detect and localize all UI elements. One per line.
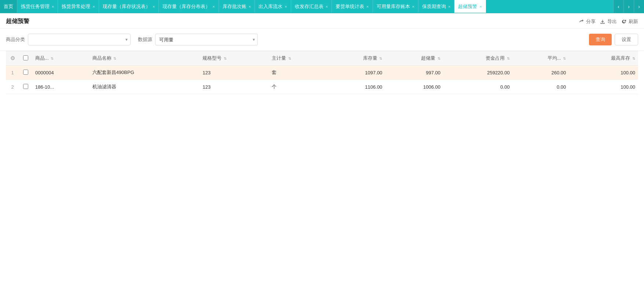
close-icon-5[interactable]: × — [249, 4, 251, 9]
datasource-select[interactable]: 可用量 库存量 — [155, 34, 258, 45]
nav-next-button[interactable]: › — [623, 0, 634, 13]
nav-tab-9[interactable]: 可用量库存账本 × — [373, 0, 418, 13]
top-nav: 首页 拣货任务管理 × 拣货异常处理 × 现存量（库存状况表） × 现存量（库存… — [0, 0, 644, 13]
nav-tab-9-label: 可用量库存账本 — [377, 3, 410, 10]
overstock-1: 1006.00 — [385, 80, 443, 94]
col-product-name[interactable]: 商品名称 ⇅ — [89, 51, 200, 66]
close-icon-active[interactable]: × — [479, 4, 482, 9]
sort-icon-avg: ⇅ — [563, 56, 566, 60]
gear-icon[interactable]: ⚙ — [10, 55, 15, 61]
table-row: 1 0000004 六配套新昌490BPG 123 套 1097.00 997.… — [6, 66, 638, 80]
nav-tab-3[interactable]: 现存量（库存状况表） × — [99, 0, 159, 13]
table-row: 2 186-10... 机油滤清器 123 个 1106.00 1006.00 … — [6, 80, 638, 94]
nav-tab-4-label: 现存量（库存分布表） — [162, 3, 210, 10]
close-icon-1[interactable]: × — [52, 4, 54, 9]
fund-1: 0.00 — [443, 80, 513, 94]
row-checkbox-cell-0[interactable] — [19, 66, 32, 80]
stock-0: 1097.00 — [327, 66, 385, 80]
close-icon-6[interactable]: × — [285, 4, 287, 9]
row-checkbox-1[interactable] — [23, 84, 28, 89]
col-fund[interactable]: 资金占用 ⇅ — [443, 51, 513, 66]
max-stock-1: 100.00 — [569, 80, 638, 94]
category-select-wrap: ▾ — [28, 34, 131, 45]
setting-button[interactable]: 设置 — [615, 34, 638, 45]
export-link[interactable]: 导出 — [600, 18, 617, 25]
nav-tab-4[interactable]: 现存量（库存分布表） × — [159, 0, 219, 13]
nav-tab-5[interactable]: 库存批次账 × — [219, 0, 255, 13]
spec-1: 123 — [200, 80, 269, 94]
table-header-row: ⚙ 商品... ⇅ 商品名称 ⇅ 规格型号 ⇅ — [6, 51, 638, 66]
nav-tab-8-label: 要货单统计表 — [336, 3, 364, 10]
page-title: 超储预警 — [6, 18, 29, 25]
close-icon-9[interactable]: × — [412, 4, 414, 9]
filter-area: 商品分类 ▾ 数据源 可用量 库存量 ▾ 查询 设置 — [0, 29, 644, 51]
table-body: 1 0000004 六配套新昌490BPG 123 套 1097.00 997.… — [6, 66, 638, 94]
category-select[interactable] — [28, 34, 131, 45]
page-content: 超储预警 分享 导出 刷新 商品 — [0, 13, 644, 293]
close-icon-2[interactable]: × — [92, 4, 95, 9]
select-all-checkbox[interactable] — [23, 55, 28, 60]
datasource-select-wrap: 可用量 库存量 ▾ — [155, 34, 258, 45]
refresh-link[interactable]: 刷新 — [621, 18, 638, 25]
gear-column-header[interactable]: ⚙ — [6, 51, 19, 66]
col-avg[interactable]: 平均... ⇅ — [513, 51, 569, 66]
page-header: 超储预警 分享 导出 刷新 — [0, 13, 644, 29]
refresh-icon — [621, 19, 626, 24]
nav-prev-button[interactable]: ‹ — [613, 0, 623, 13]
table-container: ⚙ 商品... ⇅ 商品名称 ⇅ 规格型号 ⇅ — [0, 51, 644, 94]
close-icon-10[interactable]: × — [448, 4, 450, 9]
filter-actions: 查询 设置 — [589, 34, 638, 45]
sort-icon-unit: ⇅ — [288, 56, 291, 60]
col-product-code[interactable]: 商品... ⇅ — [32, 51, 89, 66]
datasource-filter-group: 数据源 可用量 库存量 ▾ — [138, 34, 258, 45]
nav-tab-2-label: 拣货异常处理 — [62, 3, 90, 10]
share-link[interactable]: 分享 — [579, 18, 596, 25]
col-unit[interactable]: 主计量 ⇅ — [269, 51, 327, 66]
checkbox-column-header[interactable] — [19, 51, 32, 66]
nav-tab-5-label: 库存批次账 — [223, 3, 246, 10]
query-button[interactable]: 查询 — [589, 34, 612, 45]
close-icon-4[interactable]: × — [212, 4, 215, 9]
row-checkbox-cell-1[interactable] — [19, 80, 32, 94]
nav-more-button[interactable]: › — [634, 0, 644, 13]
row-checkbox-0[interactable] — [23, 70, 28, 75]
product-code-1: 186-10... — [32, 80, 89, 94]
sort-icon-stock: ⇅ — [379, 56, 382, 60]
nav-arrows: ‹ › › — [613, 0, 644, 13]
nav-tab-10-label: 保质期查询 — [422, 3, 446, 10]
nav-tab-home-label: 首页 — [4, 3, 13, 10]
col-overstock[interactable]: 超储量 ⇅ — [385, 51, 443, 66]
sort-icon-overstock: ⇅ — [438, 56, 440, 60]
sort-icon-max: ⇅ — [632, 56, 635, 60]
col-stock[interactable]: 库存量 ⇅ — [327, 51, 385, 66]
product-name-0: 六配套新昌490BPG — [89, 66, 200, 80]
max-stock-0: 100.00 — [569, 66, 638, 80]
nav-tab-7-label: 收发存汇总表 — [295, 3, 323, 10]
close-icon-3[interactable]: × — [153, 4, 155, 9]
col-spec[interactable]: 规格型号 ⇅ — [200, 51, 269, 66]
nav-tab-active[interactable]: 超储预警 × — [454, 0, 486, 13]
close-icon-8[interactable]: × — [366, 4, 369, 9]
nav-tab-home[interactable]: 首页 — [0, 0, 17, 13]
close-icon-7[interactable]: × — [326, 4, 328, 9]
row-num-1: 2 — [6, 80, 19, 94]
nav-tab-7[interactable]: 收发存汇总表 × — [291, 0, 332, 13]
unit-0: 套 — [269, 66, 327, 80]
share-icon — [579, 19, 584, 24]
avg-1: 0.00 — [513, 80, 569, 94]
nav-tab-active-label: 超储预警 — [458, 3, 477, 10]
nav-tab-10[interactable]: 保质期查询 × — [418, 0, 454, 13]
sort-icon-spec: ⇅ — [224, 56, 227, 60]
sort-icon-code: ⇅ — [51, 56, 54, 60]
nav-tab-6[interactable]: 出入库流水 × — [255, 0, 291, 13]
sort-icon-fund: ⇅ — [507, 56, 510, 60]
data-table: ⚙ 商品... ⇅ 商品名称 ⇅ 规格型号 ⇅ — [6, 51, 638, 94]
col-max-stock[interactable]: 最高库存 ⇅ — [569, 51, 638, 66]
nav-tab-2[interactable]: 拣货异常处理 × — [58, 0, 99, 13]
nav-tab-1[interactable]: 拣货任务管理 × — [17, 0, 58, 13]
nav-tab-8[interactable]: 要货单统计表 × — [332, 0, 373, 13]
category-label: 商品分类 — [6, 36, 25, 43]
spec-0: 123 — [200, 66, 269, 80]
nav-tab-3-label: 现存量（库存状况表） — [103, 3, 150, 10]
unit-1: 个 — [269, 80, 327, 94]
